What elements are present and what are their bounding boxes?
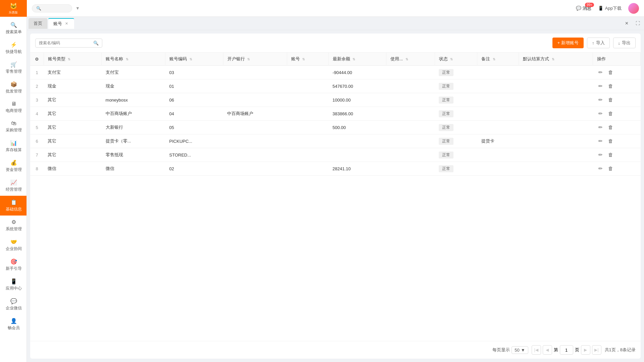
- export-button[interactable]: ↓ 导出: [613, 38, 636, 48]
- col-code[interactable]: 账号编码 ⇅: [165, 53, 223, 66]
- sidebar-item-企业协同[interactable]: 🤝企业协同: [0, 235, 26, 255]
- col-type[interactable]: 账号类型 ⇅: [44, 53, 102, 66]
- cell-status: 正常: [435, 121, 477, 134]
- search-input[interactable]: [39, 41, 92, 45]
- sidebar-item-系统管理[interactable]: ⚙系统管理: [0, 216, 26, 235]
- sidebar-label: 零售管理: [6, 69, 22, 74]
- tab-close-button[interactable]: ✕: [622, 19, 631, 28]
- add-account-button[interactable]: + 新增账号: [552, 38, 584, 48]
- page-number-input[interactable]: [560, 345, 573, 355]
- header-left: 🔍 ▼: [32, 4, 80, 12]
- page-suffix: 页: [575, 347, 579, 353]
- cell-name: 提货卡（零...: [102, 134, 165, 148]
- action-buttons: ✏ 🗑: [597, 124, 637, 131]
- edit-button[interactable]: ✏: [597, 124, 604, 131]
- first-page-button[interactable]: |◀: [532, 345, 541, 355]
- sidebar-item-搜索菜单[interactable]: 🔍搜索菜单: [0, 18, 26, 38]
- sidebar-label: 搜索菜单: [6, 29, 22, 35]
- cell-bank: [223, 79, 287, 93]
- table-body: 1 支付宝 支付宝 03 -90444.00 正常 ✏ 🗑 2 现金 现金 01…: [30, 66, 641, 176]
- col-name[interactable]: 账号名称 ⇅: [102, 53, 165, 66]
- sidebar-item-快捷导航[interactable]: ⚡快捷导航: [0, 38, 26, 58]
- edit-button[interactable]: ✏: [597, 82, 604, 90]
- app-download-button[interactable]: 📱 App下载: [598, 5, 622, 11]
- delete-button[interactable]: 🗑: [607, 110, 614, 117]
- delete-button[interactable]: 🗑: [607, 137, 614, 145]
- delete-button[interactable]: 🗑: [607, 82, 614, 90]
- delete-button[interactable]: 🗑: [607, 165, 614, 172]
- col-status[interactable]: 状态 ⇅: [435, 53, 477, 66]
- sidebar-icon: 🖥: [11, 101, 16, 107]
- sidebar-item-基础信息[interactable]: 📋基础信息: [0, 196, 26, 216]
- search-box[interactable]: 🔍: [35, 39, 102, 48]
- sidebar-nav: 🔍搜索菜单⚡快捷导航🛒零售管理📦批发管理🖥电商管理🛍采购管理📊库存核算💰资金管理…: [0, 18, 26, 362]
- col-account[interactable]: 账号 ⇅: [287, 53, 328, 66]
- sidebar-item-零售管理[interactable]: 🛒零售管理: [0, 58, 26, 78]
- dropdown-icon[interactable]: ▼: [75, 6, 80, 11]
- delete-button[interactable]: 🗑: [607, 96, 614, 104]
- col-usage[interactable]: 使用... ⇅: [386, 53, 435, 66]
- edit-button[interactable]: ✏: [597, 151, 604, 159]
- cell-type: 其它: [44, 93, 102, 107]
- col-bank[interactable]: 开户银行 ⇅: [223, 53, 287, 66]
- cell-code: 03: [165, 66, 223, 79]
- cell-code: 01: [165, 79, 223, 93]
- col-remark[interactable]: 备注 ⇅: [477, 53, 519, 66]
- sidebar-item-电商管理[interactable]: 🖥电商管理: [0, 98, 26, 117]
- edit-button[interactable]: ✏: [597, 96, 604, 104]
- tab-close-icon[interactable]: ✕: [64, 21, 69, 26]
- sidebar-item-资金管理[interactable]: 💰资金管理: [0, 156, 26, 176]
- prev-page-button[interactable]: ◀: [543, 345, 552, 355]
- sidebar-item-经营管理[interactable]: 📈经营管理: [0, 176, 26, 196]
- sidebar-item-采购管理[interactable]: 🛍采购管理: [0, 117, 26, 136]
- header-search[interactable]: 🔍: [32, 4, 72, 12]
- cell-bank: [223, 66, 287, 79]
- delete-button[interactable]: 🗑: [607, 124, 614, 131]
- status-badge: 正常: [439, 83, 453, 90]
- last-page-button[interactable]: ▶|: [592, 345, 601, 355]
- sidebar-item-应用中心[interactable]: 📱应用中心: [0, 275, 26, 295]
- cell-action: ✏ 🗑: [593, 66, 641, 79]
- sidebar-item-库存核算[interactable]: 📊库存核算: [0, 136, 26, 156]
- sidebar-item-畅会员[interactable]: 👤畅会员: [0, 314, 26, 334]
- toolbar: 🔍 + 新增账号 ↑ 导入 ↓ 导出: [30, 34, 641, 53]
- delete-button[interactable]: 🗑: [607, 69, 614, 76]
- status-badge: 正常: [439, 97, 453, 104]
- row-number: 8: [30, 162, 44, 176]
- col-settings[interactable]: ⚙: [30, 53, 44, 66]
- per-page-label: 每页显示: [492, 347, 510, 353]
- cell-usage: [386, 134, 435, 148]
- delete-button[interactable]: 🗑: [607, 151, 614, 159]
- sidebar-icon: ⚙: [11, 219, 16, 225]
- cell-name: moneybosx: [102, 93, 165, 107]
- accounts-table: ⚙ 账号类型 ⇅ 账号名称 ⇅ 账号编码 ⇅ 开户银行 ⇅ 账号 ⇅ 最新余额 …: [30, 53, 641, 176]
- sidebar-item-批发管理[interactable]: 📦批发管理: [0, 78, 26, 98]
- cell-remark: [477, 66, 519, 79]
- tab-actions: ✕ ⛶: [622, 19, 642, 28]
- edit-button[interactable]: ✏: [597, 137, 604, 145]
- col-default-pay[interactable]: 默认结算方式 ⇅: [519, 53, 593, 66]
- import-button[interactable]: ↑ 导入: [587, 38, 610, 48]
- user-avatar[interactable]: [628, 3, 639, 14]
- cell-action: ✏ 🗑: [593, 148, 641, 162]
- next-page-button[interactable]: ▶: [581, 345, 590, 355]
- tab-expand-button[interactable]: ⛶: [633, 19, 642, 28]
- edit-button[interactable]: ✏: [597, 110, 604, 117]
- tab-account[interactable]: 账号 ✕: [48, 18, 74, 29]
- per-page-select[interactable]: 50 ▼: [512, 346, 528, 354]
- tab-home[interactable]: 首页: [29, 18, 47, 29]
- search-icon: 🔍: [93, 41, 99, 46]
- sidebar-label: 系统管理: [6, 226, 22, 232]
- sidebar-item-新手引导[interactable]: 🎯新手引导: [0, 255, 26, 275]
- status-badge: 正常: [439, 110, 453, 117]
- sidebar-label: 资金管理: [6, 167, 22, 173]
- row-number: 4: [30, 107, 44, 121]
- cell-default-pay: [519, 121, 593, 134]
- edit-button[interactable]: ✏: [597, 69, 604, 76]
- col-balance[interactable]: 最新余额 ⇅: [328, 53, 386, 66]
- edit-button[interactable]: ✏: [597, 165, 604, 172]
- message-button[interactable]: 💬 消息 99+: [576, 5, 591, 11]
- cell-account: [287, 162, 328, 176]
- action-buttons: ✏ 🗑: [597, 69, 637, 76]
- sidebar-item-企业微信[interactable]: 💬企业微信: [0, 295, 26, 314]
